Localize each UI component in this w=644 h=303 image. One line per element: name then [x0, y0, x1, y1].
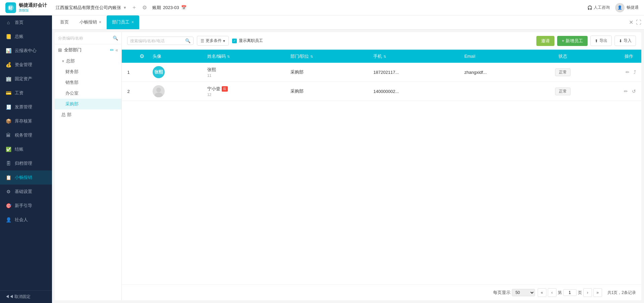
sidebar-item-inventory[interactable]: 📦 库存核算 — [0, 114, 52, 128]
dept-node-purchase[interactable]: 采购部 — [55, 99, 121, 109]
sidebar-item-reports[interactable]: 📊 云报表中心 — [0, 44, 52, 58]
sidebar-item-checkout[interactable]: ✅ 结账 — [0, 142, 52, 156]
page-content: 🔍 ⊞ 全部部门 ✏ « — [52, 30, 644, 303]
row1-emp-name: 张熙 — [207, 67, 282, 73]
row1-edit-icon[interactable]: ✏ — [626, 69, 630, 75]
sidebar-item-guide[interactable]: 🎯 新手引导 — [0, 199, 52, 213]
company-selector[interactable]: 江西服宝精品有限责任公司内账张 ▾ ＋ ⚙ — [56, 4, 147, 11]
next-page-button[interactable]: › — [583, 288, 592, 297]
dept-node-office[interactable]: 办公室 — [55, 88, 121, 99]
last-page-button[interactable]: » — [593, 288, 602, 297]
sidebar-item-ledger[interactable]: 📒 总账 — [0, 30, 52, 44]
user-menu[interactable]: 👤 畅捷通 — [615, 3, 639, 12]
export-button[interactable]: ⬆ 导出 — [590, 36, 612, 46]
sidebar-item-more[interactable]: 👤 社会人 — [0, 213, 52, 227]
dept-node-sales[interactable]: 销售部 — [55, 77, 121, 88]
sidebar-label-invoice: 发票管理 — [15, 104, 32, 110]
dept-all-selector[interactable]: ⊞ 全部部门 — [58, 47, 82, 53]
tab-department[interactable]: 部门员工 × — [107, 15, 139, 29]
page-label-unit: 页 — [578, 290, 582, 296]
col-name[interactable]: 姓名/编码 ⇅ — [203, 50, 286, 63]
sidebar-item-tax[interactable]: 🏛 税务管理 — [0, 128, 52, 142]
more-icon: 👤 — [5, 217, 11, 222]
dept-node-general[interactable]: ▼ 总部 — [55, 56, 121, 66]
content-area: 首页 小畅报销 × 部门员工 × ✕ ⛶ 🔍 — [52, 15, 644, 303]
tab-expense-close[interactable]: × — [99, 20, 101, 24]
cancel-fixed-label: ◀◀ 取消固定 — [5, 294, 31, 300]
row1-action-icons: ✏ ⤴ — [587, 69, 636, 75]
import-button[interactable]: ⬇ 导入 — [614, 36, 636, 46]
status-badge: 正常 — [555, 88, 571, 95]
sidebar-item-home[interactable]: ⌂ 首页 — [0, 15, 52, 30]
sidebar-item-expense[interactable]: 📋 小畅报销 — [0, 170, 52, 185]
sidebar-item-invoice[interactable]: 🧾 发票管理 — [0, 100, 52, 114]
page-input[interactable] — [563, 289, 577, 296]
per-page-label: 每页显示 — [493, 290, 511, 296]
sidebar-label-settings: 基础设置 — [15, 189, 32, 195]
tab-home[interactable]: 首页 — [55, 15, 74, 29]
tab-close-all-button[interactable]: ✕ — [629, 19, 633, 26]
assets-icon: 🏢 — [5, 76, 11, 82]
row2-name-block: 宁小壹 应 12 — [207, 86, 282, 97]
add-company-icon[interactable]: ＋ — [131, 4, 137, 11]
company-dropdown-icon[interactable]: ▾ — [124, 5, 126, 10]
dept-edit-icon[interactable]: ✏ — [110, 47, 114, 53]
dept-collapse-icon[interactable]: « — [115, 47, 118, 53]
export-icon: ⬆ — [595, 39, 598, 43]
per-page-dropdown[interactable]: 10 20 50 100 — [512, 289, 535, 296]
dept-node-finance[interactable]: 财务部 — [55, 66, 121, 77]
dept-search-bar: 🔍 — [55, 32, 121, 44]
salary-icon: 💳 — [5, 90, 11, 96]
row1-name-block: 张熙 11 — [207, 67, 282, 78]
invite-button[interactable]: 邀请 — [536, 36, 554, 46]
row2-edit-icon[interactable]: ✏ — [624, 89, 628, 94]
guide-icon: 🎯 — [5, 203, 11, 208]
tab-maximize-button[interactable]: ⛶ — [636, 19, 641, 26]
col-email: Email — [461, 50, 543, 63]
col-settings[interactable]: ⚙ — [135, 50, 149, 63]
sidebar-label-more: 社会人 — [15, 217, 28, 223]
sidebar-item-settings[interactable]: ⚙ 基础设置 — [0, 185, 52, 199]
show-left-checkbox[interactable]: ✓ — [232, 39, 237, 43]
employee-table: ⚙ 头像 姓名/编码 ⇅ — [122, 50, 641, 101]
row2-delete-icon[interactable]: ↺ — [632, 89, 636, 94]
dept-node-hq[interactable]: 总 部 — [55, 109, 121, 120]
prev-page-button[interactable]: ‹ — [548, 288, 556, 297]
service-label: 人工咨询 — [594, 5, 610, 10]
tab-expense[interactable]: 小畅报销 × — [74, 15, 107, 29]
company-name: 江西服宝精品有限责任公司内账张 — [56, 5, 121, 11]
settings-icon[interactable]: ⚙ — [142, 4, 147, 11]
dept-search-input[interactable] — [58, 36, 113, 41]
sidebar-item-assets[interactable]: 🏢 固定资产 — [0, 72, 52, 86]
service-button[interactable]: 🎧 人工咨询 — [587, 5, 610, 10]
logo-area: 财 畅捷通好会计 旗舰版 — [5, 2, 56, 13]
dept-node-label-2: 销售部 — [65, 80, 78, 86]
show-left-label: 显示离职员工 — [239, 38, 263, 44]
add-employee-button[interactable]: + 新增员工 — [557, 36, 588, 46]
employee-search-icon[interactable]: 🔍 — [185, 38, 191, 43]
row2-name-cell: 宁小壹 应 12 — [203, 82, 286, 101]
employee-search-input[interactable] — [130, 39, 184, 43]
sidebar-item-funds[interactable]: 💰 资金管理 — [0, 58, 52, 72]
user-label: 畅捷通 — [627, 5, 639, 10]
filter-button[interactable]: ☰ 更多条件 ▾ — [197, 36, 229, 46]
sidebar-item-salary[interactable]: 💳 工资 — [0, 86, 52, 100]
row1-avatar-text: 张熙 — [154, 69, 163, 75]
sidebar-label-assets: 固定资产 — [15, 76, 32, 82]
cancel-fixed-button[interactable]: ◀◀ 取消固定 — [0, 290, 52, 303]
calendar-icon[interactable]: 📅 — [181, 5, 186, 10]
row1-dept: 采购部 — [286, 63, 370, 82]
show-left-toggle[interactable]: ✓ 显示离职员工 — [232, 38, 263, 44]
first-page-button[interactable]: « — [538, 288, 546, 297]
inventory-icon: 📦 — [5, 118, 11, 124]
dept-search-icon[interactable]: 🔍 — [113, 36, 118, 41]
employee-toolbar: 🔍 ☰ 更多条件 ▾ ✓ 显示离职员工 — [122, 32, 641, 50]
invoice-icon: 🧾 — [5, 104, 11, 110]
table-settings-icon[interactable]: ⚙ — [140, 53, 144, 59]
row1-logout-icon[interactable]: ⤴ — [634, 69, 636, 75]
sidebar-label-funds: 资金管理 — [15, 62, 32, 68]
col-phone[interactable]: 手机 ⇅ — [369, 50, 460, 63]
sidebar-item-archive[interactable]: 🗄 归档管理 — [0, 156, 52, 170]
col-dept[interactable]: 部门/职位 ⇅ — [286, 50, 370, 63]
tab-department-close[interactable]: × — [131, 20, 134, 24]
